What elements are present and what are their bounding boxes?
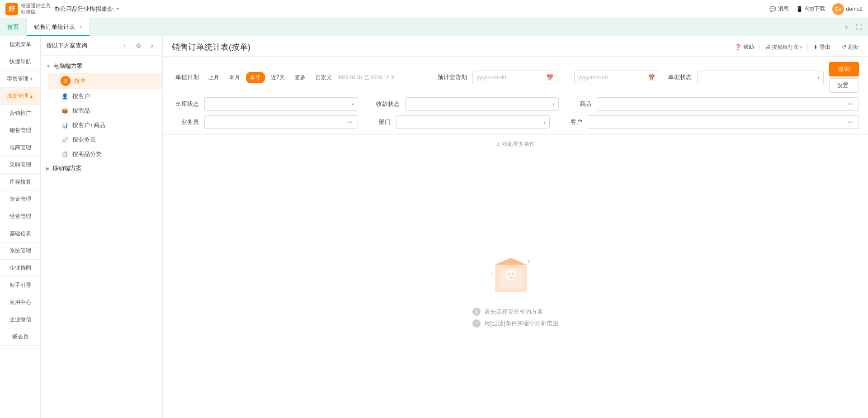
calendar-end-icon[interactable]: 📅 (648, 74, 655, 81)
customer-more-icon[interactable]: ··· (846, 119, 855, 126)
product-select[interactable]: ··· (597, 97, 859, 111)
svg-point-2 (505, 270, 516, 280)
sidebar-item-enterprise[interactable]: 企业协同 (0, 260, 40, 277)
template-print-label: 按模板打印 (772, 43, 799, 51)
template-print-dropdown-icon[interactable]: ▾ (800, 45, 802, 50)
tab-maximize-btn[interactable]: ⛶ (854, 22, 864, 33)
sidebar-item-search-menu[interactable]: 搜索菜单 (0, 36, 40, 53)
template-print-btn[interactable]: 🖨 按模板打印 ▾ (765, 43, 802, 51)
panel-item-by-category[interactable]: 📋 按商品分类 (48, 147, 162, 162)
export-icon: ⬇ (813, 44, 818, 50)
delivery-status-select[interactable]: ▾ (204, 97, 358, 111)
panel-item-by-cust-prod[interactable]: 📊 按客户+商品 (48, 118, 162, 133)
app-download-btn[interactable]: 📱 App下载 (796, 5, 825, 13)
sidebar-item-inventory[interactable]: 库存核算 (0, 174, 40, 191)
user-area[interactable]: Ea demo2 (832, 3, 863, 15)
logo-icon: 好 (5, 3, 18, 15)
refresh-label: 刷新 (848, 43, 859, 51)
panel-item-by-order[interactable]: 按 按单 (48, 73, 162, 89)
sidebar-item-system[interactable]: 系统管理 (0, 242, 40, 260)
sidebar-item-basics[interactable]: 基础信息 (0, 225, 40, 242)
sidebar-item-member[interactable]: 畅会员 (0, 328, 40, 346)
panel-item-by-salesperson[interactable]: 📈 按业务员 (48, 133, 162, 147)
hint-text-1: 请先选择要分析的方案 (484, 308, 543, 316)
add-scheme-btn[interactable]: + (120, 41, 130, 51)
divider-2 (807, 44, 808, 50)
date-btn-last-month[interactable]: 上月 (204, 72, 223, 83)
panel-item-by-customer[interactable]: 👤 按客户 (48, 89, 162, 104)
sidebar-item-quick-nav[interactable]: 快捷导航 (0, 53, 40, 71)
sidebar-item-operations[interactable]: 经营管理 (0, 208, 40, 225)
by-order-label: 按单 (74, 77, 86, 85)
tabbar: 首页 销售订单统计表 × × ⛶ (0, 18, 868, 36)
salesperson-more-icon[interactable]: ··· (345, 119, 354, 126)
panel-section-pc-label: 电脑端方案 (53, 62, 83, 70)
sidebar-item-marketing[interactable]: 营销推广 (0, 105, 40, 122)
help-btn[interactable]: ❓ 帮助 (735, 43, 754, 51)
export-btn[interactable]: ⬇ 导出 (813, 43, 830, 51)
panel-section-pc-header[interactable]: ▼ 电脑端方案 (41, 59, 162, 73)
topbar-right: 💬 消息 📱 App下载 Ea demo2 (769, 3, 863, 15)
collection-status-select[interactable]: ▾ (405, 97, 559, 111)
expected-delivery-start[interactable]: 📅 (472, 71, 557, 84)
by-cust-prod-icon: 📊 (61, 121, 69, 129)
department-select[interactable]: ▾ (396, 115, 550, 129)
by-product-icon: 📦 (61, 107, 69, 115)
panel-section-mobile-header[interactable]: ▶ 移动端方案 (41, 162, 162, 175)
panel-collapse-btn[interactable]: « (147, 41, 157, 51)
date-btn-this-year[interactable]: 本年 (246, 72, 265, 83)
salesperson-select[interactable]: ··· (204, 115, 358, 129)
tab-minimize-btn[interactable]: × (841, 22, 852, 33)
svg-point-4 (512, 273, 514, 275)
help-label: 帮助 (743, 43, 754, 51)
sidebar-item-finance[interactable]: 资金管理 (0, 191, 40, 208)
doc-status-select[interactable]: ▾ (697, 71, 824, 84)
finance-label: 资金管理 (2, 195, 38, 203)
date-dash: — (563, 74, 569, 81)
sidebar-item-enterprise-wechat[interactable]: 企业微信 (0, 311, 40, 328)
date-btn-custom[interactable]: 自定义 (311, 72, 336, 83)
date-btn-last-7days[interactable]: 近7天 (267, 72, 289, 83)
refresh-btn[interactable]: ↺ 刷新 (842, 43, 859, 51)
by-customer-icon: 👤 (61, 92, 69, 100)
customer-select[interactable]: ··· (588, 115, 859, 129)
date-btn-more[interactable]: 更多 (291, 72, 310, 83)
export-label: 导出 (820, 43, 830, 51)
topbar: 好 畅捷通好生意 标准版 办公用品行业模拟账套 ▾ 💬 消息 📱 App下载 E… (0, 0, 868, 18)
doc-status-chevron-icon: ▾ (817, 75, 820, 80)
tab-home[interactable]: 首页 (0, 18, 27, 36)
message-btn[interactable]: 💬 消息 (769, 5, 789, 13)
sidebar-item-purchase[interactable]: 采购管理 (0, 157, 40, 174)
by-salesperson-icon: 📈 (61, 136, 69, 144)
settings-btn[interactable]: 设置 (829, 78, 859, 93)
by-product-label: 按商品 (72, 107, 90, 115)
tab-sales-order-stats[interactable]: 销售订单统计表 × (27, 18, 90, 36)
department-label: 部门 (373, 118, 391, 126)
enterprise-wechat-label: 企业微信 (2, 316, 38, 323)
sidebar-item-sales[interactable]: 销售管理 (0, 122, 40, 139)
newbie-label: 新手引导 (2, 281, 38, 289)
expected-delivery-start-input[interactable] (476, 74, 544, 81)
panel-section-mobile: ▶ 移动端方案 (41, 162, 162, 175)
sidebar-item-app-center[interactable]: 应用中心 (0, 294, 40, 311)
topbar-dropdown-icon[interactable]: ▾ (117, 6, 119, 12)
calendar-start-icon[interactable]: 📅 (546, 74, 553, 81)
collapse-btn[interactable]: ∧ 收起更多条件 (491, 138, 540, 150)
panel-item-by-product[interactable]: 📦 按商品 (48, 104, 162, 118)
date-label: 单据日期 (172, 73, 199, 81)
product-more-icon[interactable]: ··· (846, 100, 855, 108)
date-btn-this-month[interactable]: 本月 (225, 72, 244, 83)
tab-close-icon[interactable]: × (80, 24, 82, 30)
sidebar-item-retail[interactable]: 零售管理 ▼ (0, 71, 40, 88)
sidebar-item-ecommerce[interactable]: 电商管理 (0, 139, 40, 157)
expected-delivery-end[interactable]: 📅 (574, 71, 659, 84)
expected-delivery-end-input[interactable] (578, 74, 646, 81)
sidebar-item-newbie[interactable]: 新手引导 (0, 277, 40, 294)
sales-label: 销售管理 (2, 127, 38, 134)
query-btn[interactable]: 查询 (829, 62, 859, 76)
scheme-settings-btn[interactable]: ⚙ (133, 41, 143, 51)
collection-status-label: 收款状态 (373, 100, 400, 108)
sidebar-item-wholesale[interactable]: 批发管理 ▲ (0, 88, 40, 105)
empty-hint-1: 1 请先选择要分析的方案 (472, 308, 558, 316)
empty-illustration (488, 244, 542, 299)
